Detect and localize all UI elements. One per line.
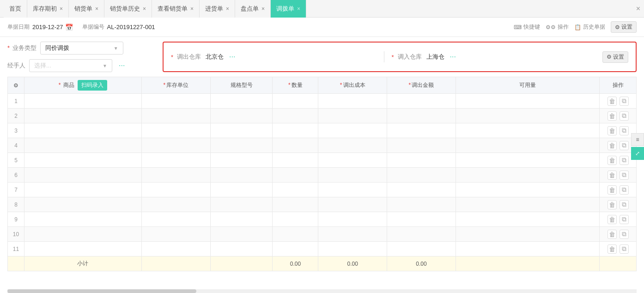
tab-purchase-order-close[interactable]: × xyxy=(226,6,229,12)
row-7-product[interactable] xyxy=(24,183,142,197)
row-10-amount[interactable] xyxy=(387,227,456,242)
row-9-product[interactable] xyxy=(24,212,142,227)
side-expand-button[interactable]: ⤢ xyxy=(631,147,644,160)
row-9-copy-button[interactable]: ⧉ xyxy=(620,215,629,224)
warehouse-settings-button[interactable]: ⚙ 设置 xyxy=(602,51,628,63)
tab-sales-order-close[interactable]: × xyxy=(95,6,98,12)
row-11-product[interactable] xyxy=(24,242,142,256)
row-2-unit[interactable] xyxy=(141,109,210,123)
row-8-unit[interactable] xyxy=(141,197,210,212)
row-8-qty[interactable] xyxy=(273,197,318,212)
row-10-cost[interactable] xyxy=(318,227,387,242)
row-3-qty[interactable] xyxy=(273,123,318,138)
shortcuts-button[interactable]: ⌨ 快捷键 xyxy=(514,23,540,31)
handler-dropdown[interactable]: 选择... ▼ xyxy=(29,59,112,72)
row-11-delete-button[interactable]: 🗑 xyxy=(608,244,617,254)
row-8-amount[interactable] xyxy=(387,197,456,212)
row-1-copy-button[interactable]: ⧉ xyxy=(620,97,629,106)
row-10-copy-button[interactable]: ⧉ xyxy=(620,230,629,239)
to-warehouse-value[interactable]: 上海仓 xyxy=(426,53,444,61)
horizontal-scrollbar[interactable] xyxy=(7,289,637,293)
row-5-product[interactable] xyxy=(24,153,142,168)
row-2-delete-button[interactable]: 🗑 xyxy=(608,111,617,121)
tab-home[interactable]: 首页 xyxy=(4,0,27,18)
row-1-spec[interactable] xyxy=(210,94,273,109)
row-11-copy-button[interactable]: ⧉ xyxy=(620,244,629,254)
tab-transfer-order-close[interactable]: × xyxy=(297,6,300,12)
row-9-cost[interactable] xyxy=(318,212,387,227)
row-10-unit[interactable] xyxy=(141,227,210,242)
row-10-qty[interactable] xyxy=(273,227,318,242)
row-7-qty[interactable] xyxy=(273,183,318,197)
scan-entry-button[interactable]: 扫码录入 xyxy=(78,80,107,91)
row-8-spec[interactable] xyxy=(210,197,273,212)
row-5-copy-button[interactable]: ⧉ xyxy=(620,156,629,165)
tab-sales-order[interactable]: 销货单 × xyxy=(69,0,104,18)
row-9-amount[interactable] xyxy=(387,212,456,227)
row-3-delete-button[interactable]: 🗑 xyxy=(608,126,617,135)
row-5-cost[interactable] xyxy=(318,153,387,168)
row-7-copy-button[interactable]: ⧉ xyxy=(620,185,629,195)
calendar-icon[interactable]: 📅 xyxy=(65,24,73,31)
row-4-qty[interactable] xyxy=(273,138,318,153)
history-button[interactable]: 📋 历史单据 xyxy=(574,23,605,31)
row-10-spec[interactable] xyxy=(210,227,273,242)
settings-button[interactable]: ⚙ 设置 xyxy=(611,21,637,33)
row-3-unit[interactable] xyxy=(141,123,210,138)
row-6-copy-button[interactable]: ⧉ xyxy=(620,171,629,180)
from-warehouse-more-button[interactable]: ··· xyxy=(229,53,235,61)
tab-inventory-count[interactable]: 盘点单 × xyxy=(235,0,271,18)
row-3-copy-button[interactable]: ⧉ xyxy=(620,126,629,135)
from-warehouse-value[interactable]: 北京仓 xyxy=(206,53,224,61)
row-2-cost[interactable] xyxy=(318,109,387,123)
row-6-amount[interactable] xyxy=(387,168,456,183)
tab-inventory-count-close[interactable]: × xyxy=(261,6,265,12)
row-6-spec[interactable] xyxy=(210,168,273,183)
row-1-delete-button[interactable]: 🗑 xyxy=(608,97,617,106)
row-4-delete-button[interactable]: 🗑 xyxy=(608,141,617,150)
row-6-product[interactable] xyxy=(24,168,142,183)
row-4-amount[interactable] xyxy=(387,138,456,153)
row-10-product[interactable] xyxy=(24,227,142,242)
row-4-cost[interactable] xyxy=(318,138,387,153)
row-3-cost[interactable] xyxy=(318,123,387,138)
row-2-amount[interactable] xyxy=(387,109,456,123)
row-6-cost[interactable] xyxy=(318,168,387,183)
row-7-cost[interactable] xyxy=(318,183,387,197)
row-11-amount[interactable] xyxy=(387,242,456,256)
to-warehouse-more-button[interactable]: ··· xyxy=(450,53,456,61)
row-3-spec[interactable] xyxy=(210,123,273,138)
side-list-button[interactable]: ≡ xyxy=(631,133,644,146)
row-11-unit[interactable] xyxy=(141,242,210,256)
tab-inventory-init-close[interactable]: × xyxy=(60,6,63,12)
row-5-delete-button[interactable]: 🗑 xyxy=(608,156,617,165)
row-1-amount[interactable] xyxy=(387,94,456,109)
business-type-dropdown[interactable]: 同价调拨 ▼ xyxy=(40,42,123,55)
row-6-qty[interactable] xyxy=(273,168,318,183)
row-9-qty[interactable] xyxy=(273,212,318,227)
row-7-delete-button[interactable]: 🗑 xyxy=(608,185,617,195)
row-11-qty[interactable] xyxy=(273,242,318,256)
tab-sales-history-close[interactable]: × xyxy=(143,6,146,12)
row-10-delete-button[interactable]: 🗑 xyxy=(608,230,617,239)
row-8-copy-button[interactable]: ⧉ xyxy=(620,200,629,209)
row-5-unit[interactable] xyxy=(141,153,210,168)
row-6-delete-button[interactable]: 🗑 xyxy=(608,171,617,180)
row-9-delete-button[interactable]: 🗑 xyxy=(608,215,617,224)
row-9-unit[interactable] xyxy=(141,212,210,227)
handler-more-button[interactable]: ··· xyxy=(119,61,125,70)
row-1-product[interactable] xyxy=(24,94,142,109)
row-2-product[interactable] xyxy=(24,109,142,123)
row-11-spec[interactable] xyxy=(210,242,273,256)
row-4-product[interactable] xyxy=(24,138,142,153)
row-8-cost[interactable] xyxy=(318,197,387,212)
row-6-unit[interactable] xyxy=(141,168,210,183)
col-settings[interactable]: ⚙ xyxy=(8,77,24,94)
row-3-product[interactable] xyxy=(24,123,142,138)
operations-button[interactable]: ⚙⚙ 操作 xyxy=(546,23,569,31)
row-2-qty[interactable] xyxy=(273,109,318,123)
row-5-amount[interactable] xyxy=(387,153,456,168)
scrollbar-thumb[interactable] xyxy=(7,289,196,293)
row-7-spec[interactable] xyxy=(210,183,273,197)
row-2-copy-button[interactable]: ⧉ xyxy=(620,111,629,121)
